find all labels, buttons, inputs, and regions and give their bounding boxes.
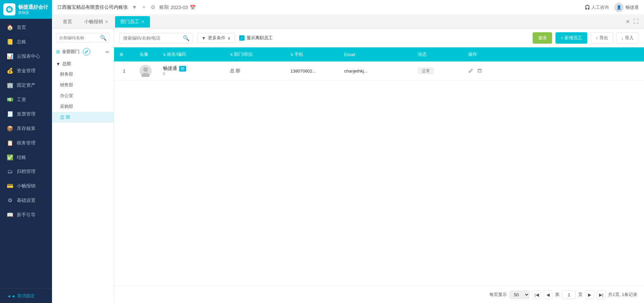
main-area: 江西服宝精品有限责任公司内账张 ▼ ＋ ⚙ 账期 2023-03 📅 🎧 人工咨… — [52, 0, 644, 303]
employee-table: ⚙ 头像 ⇅ 姓名/编码 ⇅ 部门/ — [114, 47, 644, 81]
sidebar: 畅 畅捷通好会计 旗舰版 🏠 首页 📒 总账 📊 云报表中心 💰 资金管理 🏢 … — [0, 0, 52, 303]
sidebar-item-tax[interactable]: 📋 税务管理 — [0, 136, 52, 150]
dept-collapse-icon[interactable]: ≪ — [105, 49, 110, 54]
status-badge: 正常 — [418, 68, 434, 74]
page-input[interactable] — [562, 290, 576, 299]
add-tab-button[interactable]: ＋ — [141, 4, 147, 11]
sidebar-item-reports[interactable]: 📊 云报表中心 — [0, 49, 52, 63]
sidebar-items-list: 🏠 首页 📒 总账 📊 云报表中心 💰 资金管理 🏢 固定资产 💵 工资 🧾 发… — [0, 19, 52, 289]
filter-icon: ▼ — [202, 36, 206, 41]
tab-dept[interactable]: 部门员工 ✕ — [115, 16, 150, 28]
headset-icon: 🎧 — [585, 5, 590, 10]
tab-expand-icon[interactable]: ⛶ — [633, 18, 639, 25]
prev-page-button[interactable]: ◀ — [544, 290, 552, 299]
import-button[interactable]: ↓ 导入 — [616, 32, 639, 44]
sidebar-item-assets[interactable]: 🏢 固定资产 — [0, 78, 52, 92]
dept-search-input[interactable] — [59, 36, 98, 40]
avatar — [140, 65, 152, 77]
period-area: 账期 2023-03 📅 — [159, 4, 196, 10]
sidebar-item-checkout[interactable]: ✅ 结账 — [0, 150, 52, 165]
per-page-label: 每页显示 — [489, 292, 507, 298]
all-dept-label: 全部部门 — [62, 49, 79, 55]
cell-name: 畅捷通 部 0 — [158, 61, 225, 81]
col-settings[interactable]: ⚙ — [114, 47, 134, 61]
total-label: 共1页, 1条记录 — [608, 292, 637, 298]
svg-rect-5 — [478, 70, 481, 73]
company-dropdown-icon[interactable]: ▼ — [132, 4, 137, 10]
tab-close-all-icon[interactable]: ✕ — [626, 18, 630, 25]
sidebar-item-invoice[interactable]: 🧾 发票管理 — [0, 107, 52, 121]
dept-item-general[interactable]: 总 部 — [52, 112, 114, 123]
sidebar-item-home[interactable]: 🏠 首页 — [0, 20, 52, 35]
settings-icon: ⚙ — [7, 197, 13, 204]
dept-edit-button[interactable] — [83, 48, 90, 55]
sidebar-item-finance[interactable]: 💰 资金管理 — [0, 63, 52, 78]
col-name[interactable]: ⇅ 姓名/编码 — [158, 47, 225, 61]
company-name: 江西服宝精品有限责任公司内账张 — [57, 4, 128, 10]
sidebar-item-inventory[interactable]: 📦 库存核算 — [0, 121, 52, 136]
dept-item-sales[interactable]: 销售部 — [52, 80, 114, 90]
tabbar: 首页 小畅报销 ✕ 部门员工 ✕ ✕ ⛶ — [52, 15, 644, 29]
dept-search-box[interactable]: 🔍 — [56, 33, 110, 43]
last-page-button[interactable]: ▶| — [597, 290, 605, 299]
sidebar-item-salary[interactable]: 💵 工资 — [0, 92, 52, 107]
per-page-select[interactable]: 50 10 20 100 — [509, 291, 530, 299]
topbar-settings-icon[interactable]: ⚙ — [151, 4, 155, 10]
salary-icon: 💵 — [7, 96, 13, 103]
cell-phone: 138070602... — [285, 61, 339, 81]
filter-button[interactable]: ▼ 更多条件 ∨ — [197, 33, 235, 43]
show-resigned-toggle[interactable]: ✓ 显示离职员工 — [239, 35, 273, 41]
sidebar-item-label: 新手引导 — [17, 212, 36, 218]
inventory-icon: 📦 — [7, 125, 13, 132]
sidebar-item-ledger[interactable]: 📒 总账 — [0, 35, 52, 49]
delete-button[interactable] — [477, 68, 482, 74]
table-container: ⚙ 头像 ⇅ 姓名/编码 ⇅ 部门/ — [114, 47, 644, 286]
dept-item-purchase[interactable]: 采购部 — [52, 101, 114, 112]
dept-group-label: ▼ 总部 — [52, 59, 114, 69]
period-label: 账期 — [159, 4, 169, 10]
app-name: 畅捷通好会计 — [18, 4, 48, 10]
sidebar-item-label: 小畅报销 — [17, 183, 36, 189]
page-prefix: 第 — [555, 292, 559, 298]
sidebar-item-settings[interactable]: ⚙ 基础设置 — [0, 193, 52, 208]
invite-button[interactable]: 邀请 — [533, 32, 552, 44]
user-menu[interactable]: 👤 畅捷通 — [614, 3, 639, 12]
add-employee-button[interactable]: + 新增员工 — [555, 32, 587, 44]
calendar-icon[interactable]: 📅 — [190, 5, 196, 10]
tab-expense[interactable]: 小畅报销 ✕ — [79, 16, 114, 28]
col-avatar: 头像 — [134, 47, 158, 61]
first-page-button[interactable]: |◀ — [532, 290, 541, 299]
avatar: 👤 — [614, 3, 624, 12]
employee-search-box[interactable]: 🔍 — [119, 33, 193, 43]
sort-dept-icon: ⇅ — [230, 53, 233, 56]
col-phone[interactable]: ⇅ 手机 — [285, 47, 339, 61]
grid-icon: ⊞ — [56, 49, 60, 54]
unpin-button[interactable]: ◄◄ 取消固定 — [0, 289, 52, 303]
cell-email: chanjethkj... — [339, 61, 413, 81]
sidebar-item-guide[interactable]: 📖 新手引导 — [0, 208, 52, 222]
dept-item-finance[interactable]: 财务部 — [52, 69, 114, 80]
left-arrow-icon: ◄◄ — [7, 294, 15, 299]
assets-icon: 🏢 — [7, 82, 13, 88]
export-button[interactable]: ↑ 导出 — [591, 32, 613, 44]
tab-home[interactable]: 首页 — [57, 16, 77, 28]
archive-icon: 🗂 — [7, 169, 13, 175]
col-dept[interactable]: ⇅ 部门/职位 — [225, 47, 285, 61]
support-button[interactable]: 🎧 人工咨询 — [585, 4, 609, 10]
tab-expense-close[interactable]: ✕ — [105, 19, 108, 24]
next-page-button[interactable]: ▶ — [585, 290, 594, 299]
edit-button[interactable] — [468, 68, 474, 74]
expense-icon: 💳 — [7, 183, 13, 189]
sidebar-item-archive[interactable]: 🗂 归档管理 — [0, 165, 52, 179]
sidebar-item-expense[interactable]: 💳 小畅报销 — [0, 179, 52, 193]
tab-dept-close[interactable]: ✕ — [141, 19, 145, 24]
export-label: 导出 — [599, 35, 608, 41]
sidebar-item-label: 税务管理 — [17, 140, 36, 146]
employee-search-input[interactable] — [123, 36, 181, 41]
dept-item-office[interactable]: 办公室 — [52, 90, 114, 101]
chevron-down-icon: ∨ — [227, 36, 231, 41]
dept-group-name: 总部 — [62, 61, 71, 67]
page-suffix: 页 — [578, 292, 583, 298]
show-resigned-checkbox[interactable]: ✓ — [239, 35, 245, 41]
cell-status: 正常 — [413, 61, 463, 81]
